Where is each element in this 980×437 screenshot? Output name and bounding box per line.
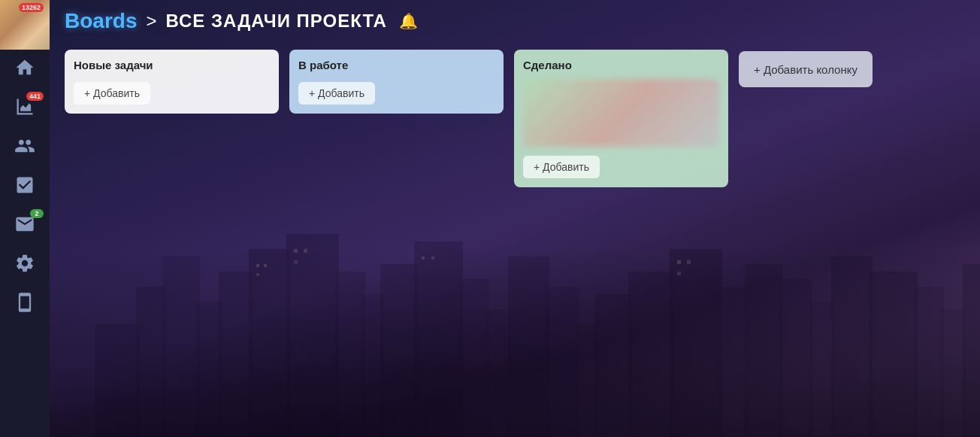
sidebar-item-analytics[interactable]: 441 bbox=[0, 89, 50, 128]
svg-rect-24 bbox=[869, 272, 918, 437]
svg-rect-38 bbox=[687, 260, 691, 264]
column-done: Сделано + Добавить bbox=[514, 50, 728, 187]
svg-rect-17 bbox=[628, 272, 673, 437]
column-in-progress-title: В работе bbox=[298, 59, 495, 71]
svg-rect-33 bbox=[304, 249, 307, 253]
svg-rect-25 bbox=[914, 287, 944, 437]
avatar-badge: 13262 bbox=[19, 3, 44, 12]
mail-badge: 2 bbox=[30, 209, 44, 218]
svg-rect-3 bbox=[196, 302, 222, 437]
add-new-task-button[interactable]: + Добавить bbox=[74, 82, 150, 105]
svg-rect-12 bbox=[485, 309, 512, 437]
svg-rect-34 bbox=[294, 260, 298, 264]
notification-bell-icon[interactable]: 🔔 bbox=[399, 12, 418, 30]
svg-rect-4 bbox=[219, 272, 253, 437]
svg-rect-1 bbox=[136, 287, 166, 437]
done-card-blurred bbox=[523, 79, 719, 147]
add-done-task-button[interactable]: + Добавить bbox=[523, 156, 600, 178]
svg-rect-18 bbox=[670, 249, 722, 437]
column-new: Новые задачи + Добавить bbox=[65, 50, 279, 114]
svg-rect-15 bbox=[576, 324, 598, 437]
sidebar-item-tasks[interactable] bbox=[0, 167, 50, 206]
page-header: Boards > ВСЕ ЗАДАЧИ ПРОЕКТА 🔔 bbox=[50, 0, 980, 42]
svg-rect-23 bbox=[831, 256, 873, 437]
sidebar-item-home[interactable] bbox=[0, 50, 50, 89]
analytics-badge: 441 bbox=[26, 92, 44, 101]
svg-rect-2 bbox=[162, 256, 200, 437]
people-icon bbox=[14, 135, 35, 159]
svg-rect-37 bbox=[677, 260, 681, 264]
svg-rect-13 bbox=[508, 256, 549, 437]
column-in-progress: В работе + Добавить bbox=[289, 50, 504, 114]
check-icon bbox=[14, 174, 35, 199]
svg-rect-8 bbox=[361, 294, 384, 437]
svg-rect-26 bbox=[940, 309, 966, 437]
add-column-button[interactable]: + Добавить колонку bbox=[739, 51, 873, 87]
column-done-title: Сделано bbox=[523, 59, 719, 71]
home-icon bbox=[14, 57, 35, 81]
avatar[interactable]: 13262 bbox=[0, 0, 50, 50]
add-in-progress-task-button[interactable]: + Добавить bbox=[298, 82, 375, 105]
sidebar-item-mail[interactable]: 2 bbox=[0, 206, 50, 245]
boards-columns-area: Новые задачи + Добавить В работе + Добав… bbox=[50, 42, 980, 195]
city-silhouette bbox=[95, 211, 980, 437]
main-content: Boards > ВСЕ ЗАДАЧИ ПРОЕКТА 🔔 Новые зада… bbox=[50, 0, 980, 437]
svg-rect-31 bbox=[256, 273, 259, 276]
page-title: ВСЕ ЗАДАЧИ ПРОЕКТА bbox=[165, 11, 386, 32]
svg-rect-9 bbox=[380, 264, 418, 437]
svg-rect-5 bbox=[249, 249, 290, 437]
sidebar: 13262 441 2 bbox=[0, 0, 50, 437]
svg-rect-19 bbox=[718, 287, 749, 437]
phone-icon bbox=[14, 292, 35, 316]
svg-rect-35 bbox=[422, 256, 425, 259]
svg-rect-29 bbox=[256, 264, 259, 267]
svg-rect-11 bbox=[459, 279, 489, 437]
svg-rect-10 bbox=[414, 241, 463, 437]
svg-rect-27 bbox=[963, 264, 980, 437]
svg-rect-32 bbox=[294, 249, 298, 253]
svg-rect-0 bbox=[95, 324, 140, 437]
svg-rect-39 bbox=[677, 272, 681, 275]
sidebar-item-mobile[interactable] bbox=[0, 284, 50, 323]
svg-rect-6 bbox=[286, 234, 339, 437]
gear-icon bbox=[14, 253, 35, 277]
svg-rect-21 bbox=[779, 279, 812, 437]
svg-rect-20 bbox=[745, 264, 782, 437]
column-new-title: Новые задачи bbox=[74, 59, 270, 71]
sidebar-item-team[interactable] bbox=[0, 128, 50, 167]
boards-link[interactable]: Boards bbox=[65, 9, 137, 33]
svg-rect-14 bbox=[546, 287, 579, 437]
breadcrumb-separator: > bbox=[146, 11, 156, 32]
svg-rect-30 bbox=[264, 264, 267, 267]
svg-rect-22 bbox=[809, 302, 835, 437]
svg-rect-36 bbox=[431, 256, 434, 259]
svg-rect-7 bbox=[335, 272, 365, 437]
sidebar-item-settings[interactable] bbox=[0, 245, 50, 284]
page-content: Boards > ВСЕ ЗАДАЧИ ПРОЕКТА 🔔 Новые зада… bbox=[50, 0, 980, 195]
svg-rect-16 bbox=[594, 294, 632, 437]
